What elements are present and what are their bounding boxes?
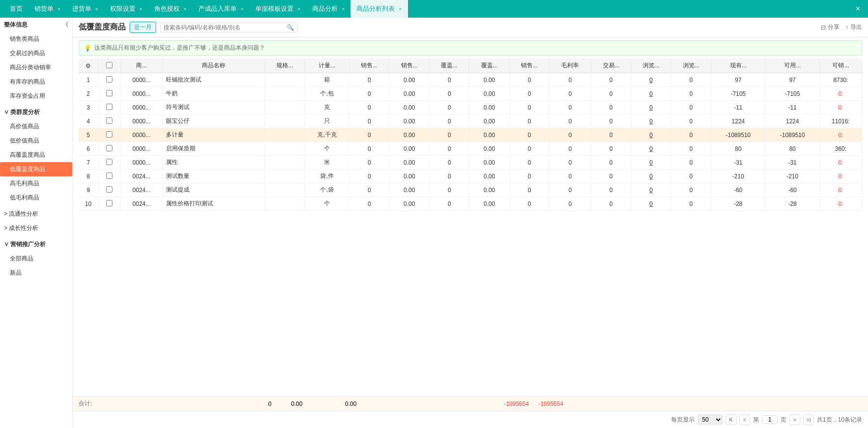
row-no: 3 <box>79 101 98 114</box>
col-settings[interactable]: ⚙ <box>79 58 98 73</box>
row-browse1[interactable]: 0 <box>631 156 671 170</box>
footer-current: -1095554 <box>499 400 534 407</box>
row-checkbox[interactable] <box>98 73 120 87</box>
sidebar-item-all-goods[interactable]: 全部商品 <box>0 252 72 266</box>
search-input[interactable] <box>163 24 287 31</box>
row-name: 属性价格打印测试 <box>163 197 265 211</box>
row-checkbox[interactable] <box>98 170 120 183</box>
sidebar-collapse-icon[interactable]: 《 <box>62 21 68 29</box>
window-close-button[interactable]: × <box>852 4 864 13</box>
row-sales2: 0.00 <box>389 170 430 183</box>
row-margin: 0 <box>549 87 591 101</box>
nav-close-product-entry[interactable]: × <box>241 6 244 12</box>
nav-tab-role[interactable]: 角色授权 × <box>148 0 192 18</box>
row-checkbox[interactable] <box>98 156 120 170</box>
row-checkbox[interactable] <box>98 128 120 142</box>
sidebar-item-high-value[interactable]: 高价值商品 <box>0 119 72 134</box>
row-browse1[interactable]: 0 <box>631 87 671 101</box>
row-browse1[interactable]: 0 <box>631 73 671 87</box>
row-sales1: 0 <box>349 128 389 142</box>
time-filter-button[interactable]: 近一月 <box>130 22 156 33</box>
row-checkbox[interactable] <box>98 87 120 101</box>
search-box: 🔍 <box>160 23 298 32</box>
sidebar-item-category-rate[interactable]: 商品分类动销率 <box>0 60 72 75</box>
sidebar-item-low-margin[interactable]: 低毛利商品 <box>0 191 72 205</box>
sidebar-item-traded-goods[interactable]: 交易过的商品 <box>0 46 72 60</box>
sidebar-item-sales-goods[interactable]: 销售类商品 <box>0 32 72 46</box>
row-sales2: 0.00 <box>389 87 430 101</box>
page-end-label: 页 <box>781 416 787 424</box>
sidebar-item-stock-goods[interactable]: 有库存的商品 <box>0 75 72 89</box>
footer-sales2: 0.00 <box>283 400 310 407</box>
row-browse1[interactable]: 0 <box>631 170 671 183</box>
next-page-button[interactable]: > <box>789 414 800 425</box>
nav-tab-purchase[interactable]: 进货单 × <box>66 0 104 18</box>
col-available[interactable]: 可用... <box>765 58 819 73</box>
nav-tab-analysis[interactable]: 商品分析 × <box>306 0 351 18</box>
row-sellable: 0: <box>819 170 862 183</box>
row-checkbox[interactable] <box>98 101 120 114</box>
nav-tab-product-entry[interactable]: 产成品入库单 × <box>192 0 249 18</box>
prev-page-button[interactable]: < <box>739 414 750 425</box>
share-button[interactable]: ⊡ 分享 <box>821 23 840 31</box>
row-browse1[interactable]: 0 <box>631 101 671 114</box>
col-current[interactable]: 现有... <box>711 58 765 73</box>
nav-tab-template[interactable]: 单据模板设置 × <box>249 0 306 18</box>
col-cover2[interactable]: 覆盖... <box>469 58 510 73</box>
col-code[interactable]: 商... <box>120 58 163 73</box>
nav-close-permission[interactable]: × <box>139 6 142 12</box>
nav-close-analysis[interactable]: × <box>342 6 345 12</box>
col-trade[interactable]: 交易... <box>591 58 631 73</box>
row-name: 测试数量 <box>163 170 265 183</box>
sidebar-item-new-goods[interactable]: 新品 <box>0 266 72 280</box>
page-number-input[interactable] <box>762 415 778 424</box>
export-button[interactable]: ↑ 导出 <box>845 23 862 31</box>
col-spec[interactable]: 规格... <box>265 58 305 73</box>
row-spec <box>265 183 305 197</box>
col-checkbox[interactable] <box>98 58 120 73</box>
col-browse1[interactable]: 浏览... <box>631 58 671 73</box>
nav-close-template[interactable]: × <box>298 6 300 12</box>
sidebar-item-high-coverage[interactable]: 高覆盖度商品 <box>0 148 72 162</box>
nav-close-purchase[interactable]: × <box>95 6 98 12</box>
row-spec <box>265 156 305 170</box>
page-size-select[interactable]: 50 100 200 <box>698 415 723 425</box>
row-name: 符号测试 <box>163 101 265 114</box>
row-browse1[interactable]: 0 <box>631 142 671 156</box>
nav-close-analysis-list[interactable]: × <box>399 6 402 12</box>
col-cover1[interactable]: 覆盖... <box>429 58 469 73</box>
search-icon[interactable]: 🔍 <box>287 24 294 31</box>
row-checkbox[interactable] <box>98 114 120 128</box>
first-page-button[interactable]: K <box>726 414 736 425</box>
nav-tab-sales[interactable]: 销货单 × <box>28 0 66 18</box>
nav-close-sales[interactable]: × <box>57 6 60 12</box>
col-sales2[interactable]: 销售... <box>389 58 430 73</box>
sidebar-item-high-margin[interactable]: 高毛利商品 <box>0 176 72 191</box>
row-checkbox[interactable] <box>98 142 120 156</box>
col-sellable[interactable]: 可销... <box>819 58 862 73</box>
nav-close-role[interactable]: × <box>184 6 187 12</box>
sidebar-item-low-value[interactable]: 低价值商品 <box>0 134 72 148</box>
col-name[interactable]: 商品名称 <box>163 58 265 73</box>
row-browse1[interactable]: 0 <box>631 128 671 142</box>
row-browse1[interactable]: 0 <box>631 197 671 211</box>
table-container[interactable]: ⚙ 商... 商品名称 规格... 计量... 销售... 销售... 覆盖..… <box>79 58 862 396</box>
row-checkbox[interactable] <box>98 183 120 197</box>
select-all-checkbox[interactable] <box>106 62 112 68</box>
row-sales3: 0 <box>509 170 549 183</box>
col-unit[interactable]: 计量... <box>305 58 350 73</box>
row-checkbox[interactable] <box>98 197 120 211</box>
col-sales1[interactable]: 销售... <box>349 58 389 73</box>
sidebar-item-stock-capital[interactable]: 库存资金占用 <box>0 89 72 103</box>
row-browse1[interactable]: 0 <box>631 114 671 128</box>
col-sales3[interactable]: 销售... <box>509 58 549 73</box>
nav-tab-analysis-list[interactable]: 商品分析列表 × <box>351 0 407 18</box>
nav-tab-permission[interactable]: 权限设置 × <box>104 0 148 18</box>
row-browse1[interactable]: 0 <box>631 183 671 197</box>
sidebar-item-low-coverage[interactable]: 低覆盖度商品 <box>0 162 72 176</box>
nav-tab-home[interactable]: 首页 <box>4 0 28 18</box>
last-page-button[interactable]: >| <box>803 414 814 425</box>
row-sellable: 0: <box>819 197 862 211</box>
col-margin[interactable]: 毛利率 <box>549 58 591 73</box>
col-browse2[interactable]: 浏览... <box>671 58 711 73</box>
